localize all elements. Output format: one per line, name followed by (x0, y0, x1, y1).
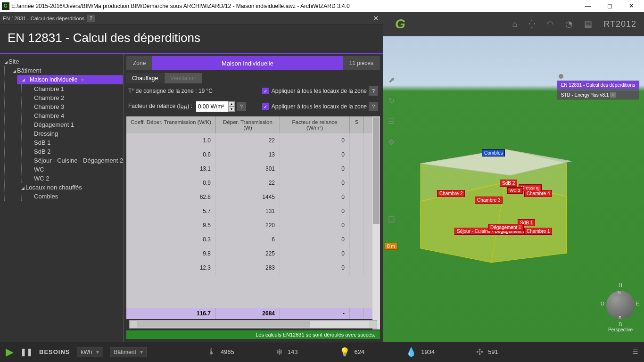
cube-icon[interactable]: ❏ (386, 214, 397, 225)
list-icon[interactable]: ▤ (584, 19, 592, 29)
table-vscroll[interactable] (372, 133, 380, 308)
apply-consigne-label: Appliquer à tous les locaux de la zone (272, 88, 367, 94)
metric-dhw: 1934 (421, 348, 435, 355)
help-facteur[interactable]: ? (237, 102, 246, 111)
table-row[interactable]: 12.32830 (126, 261, 380, 275)
tree-maison[interactable]: ◢Maison individuelle (17, 75, 123, 84)
facteur-label: Facteur de relance (fRH) : (128, 103, 192, 110)
table-row[interactable]: 1.0220 (126, 133, 380, 148)
label-chambre3[interactable]: Chambre 3 (475, 197, 503, 204)
help-consigne[interactable]: ? (369, 86, 378, 96)
tree-room[interactable]: SdB 2 (25, 147, 123, 156)
menu-icon[interactable]: ☰ (633, 348, 638, 355)
table-row[interactable]: 0.6130 (126, 148, 380, 162)
th-s[interactable]: S (350, 116, 364, 133)
gear-icon[interactable]: ⚙ (386, 136, 397, 148)
scroll-left[interactable]: ◂ (130, 321, 137, 328)
scroll-right[interactable]: ▸ (369, 321, 377, 328)
wifi-icon[interactable]: ◠ (546, 19, 554, 29)
metric-cooling: 143 (288, 348, 298, 355)
spin-up[interactable]: ▲ (228, 101, 235, 107)
label-combles[interactable]: Combles (482, 149, 505, 156)
apply-facteur-checkbox[interactable]: ✓ (262, 103, 269, 110)
play-button[interactable]: ▶ (6, 346, 14, 358)
spin-down[interactable]: ▼ (228, 107, 235, 112)
facteur-input[interactable] (196, 102, 228, 111)
grid-icon[interactable]: ⁛ (528, 19, 535, 29)
panel-close-button[interactable]: ✕ (372, 14, 380, 23)
tree-room[interactable]: SdB 1 (25, 138, 123, 147)
table-row[interactable]: 5.71310 (126, 204, 380, 218)
module-tags: EN 12831 - Calcul des déperditions STD -… (557, 74, 639, 100)
label-distance: 0 m (385, 243, 397, 250)
tag-energyplus[interactable]: STD - EnergyPlus v8.1 + (557, 90, 639, 99)
th-trans[interactable]: Déper. Transmission (W) (216, 116, 280, 133)
tree-combles[interactable]: Combles (25, 192, 123, 201)
table-row[interactable]: 62.814450 (126, 190, 380, 204)
tree-room[interactable]: Chambre 3 (25, 102, 123, 111)
tree-room[interactable]: Chambre 1 (25, 84, 123, 93)
app-logo: G (390, 16, 410, 32)
tree-room[interactable]: Séjour - Cuisine - Dégagement 2 (25, 156, 123, 165)
tree-room[interactable]: WC (25, 165, 123, 174)
deperditions-panel: EN 12831 - Calcul des déperditions ? ✕ E… (0, 12, 383, 342)
layers-icon[interactable]: ☰ (386, 115, 397, 127)
th-coeff[interactable]: Coeff. Déper. Transmission (W/K) (126, 116, 216, 133)
viewport-side-tools: ⬈ ↻ ☰ ⚙ ❏ (386, 74, 397, 225)
drop-icon: 💧 (406, 347, 416, 357)
snowflake-icon: ❄ (276, 347, 283, 357)
table-body[interactable]: 1.02200.613013.130100.922062.8144505.713… (126, 133, 380, 308)
tag-en12831[interactable]: EN 12831 - Calcul des déperditions (557, 81, 639, 90)
app-icon: G (2, 2, 9, 10)
viewport-toolbar: G ⌂ ⁛ ◠ ◔ ▤ RT2012 (383, 12, 644, 36)
tag-anchor-icon[interactable] (559, 74, 563, 79)
label-chambre2[interactable]: Chambre 2 (437, 190, 465, 197)
unit-select[interactable]: kWh (77, 347, 103, 357)
apply-consigne-checkbox[interactable]: ✓ (262, 88, 269, 94)
zone-button[interactable]: Zone (126, 56, 152, 70)
tree-locaux[interactable]: ◢Locaux non chauffés (17, 183, 123, 192)
label-wc2[interactable]: WC 2 (507, 187, 523, 194)
label-chambre1[interactable]: Chambre 1 (524, 228, 552, 235)
tree-batiment[interactable]: ◢Bâtiment (8, 66, 123, 75)
th-relance[interactable]: Facteur de relance (W/m²) (280, 116, 350, 133)
label-sdb2[interactable]: SdB 2 (500, 180, 517, 187)
label-degagement[interactable]: Dégagement 1 (488, 224, 524, 231)
facteur-spinner[interactable]: ▲▼ (196, 101, 235, 112)
tree-room[interactable]: WC 2 (25, 174, 123, 183)
tree-site[interactable]: ◢Site (0, 57, 123, 66)
table-header: Coeff. Déper. Transmission (W/K) Déper. … (126, 116, 380, 133)
pie-icon[interactable]: ◔ (565, 19, 573, 29)
table-hscroll[interactable]: ◂ ▸ (129, 320, 377, 329)
panel-help-button[interactable]: ? (87, 15, 95, 22)
tree-room[interactable]: Chambre 2 (25, 93, 123, 102)
tree-room[interactable]: Chambre 4 (25, 111, 123, 120)
scope-select[interactable]: Bâtiment (110, 347, 147, 357)
minimize-button[interactable]: — (577, 0, 599, 12)
compass[interactable]: H O E N S B Perspective (606, 283, 635, 332)
building-tree[interactable]: ◢Site ◢Bâtiment ◢Maison individuelle Cha… (0, 54, 124, 342)
home-icon[interactable]: ⌂ (512, 19, 517, 29)
close-button[interactable]: ✕ (620, 0, 642, 12)
tab-ventilation[interactable]: Ventilation (165, 73, 202, 83)
table-row[interactable]: 9.52200 (126, 218, 380, 232)
tree-room[interactable]: Dressing (25, 129, 123, 138)
pause-button[interactable]: ❚❚ (20, 347, 33, 356)
tree-room[interactable]: Dégagement 1 (25, 120, 123, 129)
table-row[interactable]: 9.82250 (126, 247, 380, 261)
table-row[interactable]: 0.9220 (126, 176, 380, 190)
rt2012-button[interactable]: RT2012 (603, 19, 636, 29)
cursor-icon[interactable]: ⬈ (386, 74, 397, 85)
maximize-button[interactable]: ◻ (599, 0, 620, 12)
zone-piece-count: 11 pièces (343, 56, 380, 70)
tab-chauffage[interactable]: Chauffage (126, 73, 164, 83)
metrics-bar: ▶ ❚❚ BESOINS kWh Bâtiment 🌡4965 ❄143 💡62… (0, 342, 644, 362)
panel-tab-label[interactable]: EN 12831 - Calcul des déperditions (3, 16, 84, 21)
table-row[interactable]: 13.13010 (126, 162, 380, 176)
scroll-thumb[interactable] (137, 321, 310, 328)
table-row[interactable]: 0.360 (126, 232, 380, 247)
3d-viewport[interactable]: ⬈ ↻ ☰ ⚙ ❏ EN 12831 - Calcul des déperdit… (383, 36, 644, 342)
refresh-icon[interactable]: ↻ (386, 95, 397, 106)
help-apply2[interactable]: ? (369, 102, 378, 111)
window-title: E:/année 2015-2016/Divers/BIM/Ma product… (9, 3, 577, 9)
